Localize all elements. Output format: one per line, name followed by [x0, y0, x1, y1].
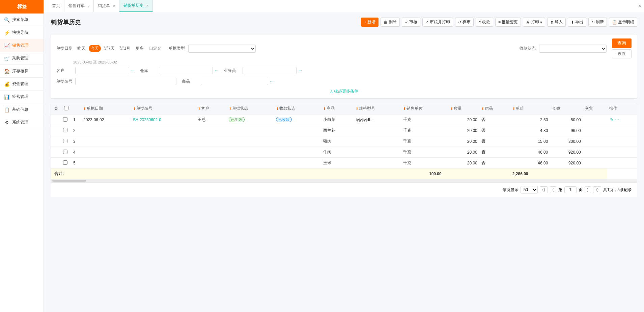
payment-status-select[interactable] — [539, 45, 607, 53]
audit-button[interactable]: ✓ 审核 — [402, 18, 420, 27]
doc-number-cell[interactable]: SA-20230602-0 — [131, 114, 196, 125]
doc-number-cell[interactable] — [131, 136, 196, 147]
customer-input[interactable] — [75, 67, 129, 74]
goods-input[interactable] — [201, 78, 268, 85]
col-price[interactable]: ⬆单价 — [510, 103, 550, 114]
col-gift[interactable]: ⬆赠品 — [479, 103, 510, 114]
close-icon[interactable]: × — [113, 4, 115, 8]
checkbox-cell[interactable] — [61, 147, 71, 158]
col-qty[interactable]: ⬆数量 — [448, 103, 479, 114]
horizontal-scrollbar[interactable] — [51, 179, 637, 182]
sidebar-item-finance[interactable]: 💰 资金管理 — [0, 78, 44, 90]
table-row: 4 牛肉 千克 20.00 否 46.00 920.00 — [51, 147, 637, 158]
goods-dots[interactable]: ··· — [270, 79, 274, 84]
col-doc-date[interactable]: ⬆单据日期 — [81, 103, 131, 114]
doc-number-cell[interactable] — [131, 147, 196, 158]
col-customer[interactable]: ⬆客户 — [196, 103, 227, 114]
sidebar-item-inventory[interactable]: 🏠 库存核算 — [0, 65, 44, 78]
query-button[interactable]: 查询 — [612, 38, 632, 48]
salesperson-input[interactable] — [243, 67, 297, 74]
audit-print-button[interactable]: ✓ 审核并打印 — [422, 18, 453, 27]
amount-cell: 50.00 — [550, 114, 583, 125]
tab-sales-order[interactable]: 销售订单 × — [64, 0, 94, 12]
setup-button[interactable]: 设置 — [612, 49, 632, 58]
row-checkbox[interactable] — [63, 117, 67, 122]
sidebar-item-purchase-mgmt[interactable]: 🛒 采购管理 — [0, 52, 44, 65]
first-page-button[interactable]: ⟨⟨ — [540, 186, 548, 193]
doc-number-cell[interactable] — [131, 158, 196, 168]
checkbox-cell[interactable] — [61, 114, 71, 125]
row-checkbox[interactable] — [63, 160, 67, 165]
sidebar-item-quick-nav[interactable]: ⚡ 快捷导航 — [0, 26, 44, 39]
batch-change-button[interactable]: ≡ 批量变更 — [495, 18, 521, 27]
seq-cell: 3 — [71, 136, 81, 147]
col-unit[interactable]: ⬆销售单位 — [401, 103, 448, 114]
row-checkbox[interactable] — [63, 150, 67, 154]
import-button[interactable]: ⬆ 导入 — [547, 18, 566, 27]
sidebar-item-operations[interactable]: 📊 经营管理 — [0, 90, 44, 103]
last-page-button[interactable]: ⟩⟩ — [593, 186, 601, 193]
customer-dots[interactable]: ··· — [131, 68, 135, 73]
checkbox-cell[interactable] — [61, 125, 71, 136]
date-tag-today[interactable]: 今天 — [89, 45, 101, 52]
print-button[interactable]: 🖨 打印 ▾ — [523, 18, 545, 27]
more-button[interactable]: ⋯ — [615, 117, 619, 122]
per-page-select[interactable]: 50 100 200 — [521, 186, 538, 193]
delete-button[interactable]: 🗑 删除 — [381, 18, 400, 27]
warehouse-input[interactable] — [159, 67, 213, 74]
tab-sales-history[interactable]: 销货单历史 × — [119, 0, 153, 12]
table-row: 2 西兰花 千克 20.00 否 4.80 96.00 — [51, 125, 637, 136]
page-number-input[interactable]: 1 — [564, 186, 577, 193]
next-page-button[interactable]: ⟩ — [585, 186, 591, 193]
date-tag-custom[interactable]: 自定义 — [147, 45, 163, 52]
close-window-icon[interactable]: × — [638, 3, 641, 9]
date-tag-more[interactable]: 更多 — [134, 45, 146, 52]
show-detail-button[interactable]: 📋 显示明细 — [609, 18, 637, 27]
qty-cell: 20.00 — [448, 136, 479, 147]
warehouse-dots[interactable]: ··· — [215, 68, 218, 73]
checkbox-cell[interactable] — [61, 158, 71, 168]
col-settings[interactable]: ⚙ — [51, 103, 61, 114]
sidebar-item-search-menu[interactable]: 🔍 搜索菜单 — [0, 14, 44, 26]
abandon-button[interactable]: ↺ 弃审 — [455, 18, 474, 27]
date-tag-7days[interactable]: 近7天 — [102, 45, 117, 52]
col-doc-status[interactable]: ⬆单据状态 — [227, 103, 274, 114]
col-payment-status[interactable]: ⬆收款状态 — [274, 103, 321, 114]
col-spec[interactable]: ⬆规格型号 — [354, 103, 401, 114]
sidebar-item-basic-info[interactable]: 📋 基础信息 — [0, 103, 44, 116]
close-icon[interactable]: × — [146, 4, 148, 8]
close-icon[interactable]: × — [87, 4, 89, 8]
doc-number-input[interactable] — [75, 78, 176, 85]
doc-status-cell — [227, 158, 274, 168]
sidebar-item-label: 资金管理 — [12, 81, 28, 87]
doc-type-select[interactable] — [188, 45, 256, 53]
row-checkbox[interactable] — [63, 128, 67, 132]
checkbox-cell[interactable] — [61, 136, 71, 147]
date-tag-1month[interactable]: 近1月 — [118, 45, 133, 52]
salesperson-dots[interactable]: ··· — [299, 68, 302, 73]
row-checkbox[interactable] — [63, 139, 67, 143]
tab-home[interactable]: 首页 — [47, 0, 64, 12]
table-row: 3 猪肉 千克 20.00 否 15.00 300.00 — [51, 136, 637, 147]
select-all-checkbox[interactable] — [64, 106, 68, 110]
sidebar-item-sys-mgmt[interactable]: ⚙ 系统管理 — [0, 116, 44, 129]
operation-cell: ✎⋯ — [607, 114, 637, 125]
collect-button[interactable]: ¥ 收款 — [476, 18, 493, 27]
doc-number-cell[interactable] — [131, 125, 196, 136]
col-doc-number[interactable]: ⬆单据编号 — [131, 103, 196, 114]
prev-page-button[interactable]: ⟨ — [550, 186, 556, 193]
refresh-button[interactable]: ↻ 刷新 — [588, 18, 607, 27]
tab-sales-goods[interactable]: 销货单 × — [94, 0, 119, 12]
customer-label: 客户 — [56, 68, 73, 74]
sidebar-item-sales-mgmt[interactable]: 📈 销售管理 — [0, 39, 44, 52]
new-button[interactable]: + 新增 — [361, 18, 379, 27]
col-goods[interactable]: ⬆商品 — [321, 103, 354, 114]
export-button[interactable]: ⬇ 导出 — [568, 18, 586, 27]
edit-button[interactable]: ✎ — [610, 117, 614, 122]
sort-icon: ⬆ — [323, 107, 326, 110]
collapse-button[interactable]: ∧ 收起更多条件 — [56, 88, 632, 94]
query-area: 查询 设置 — [612, 38, 632, 58]
btn-label: 导入 — [555, 19, 563, 25]
customer-cell — [196, 125, 227, 136]
date-tag-yesterday[interactable]: 昨天 — [75, 45, 87, 52]
